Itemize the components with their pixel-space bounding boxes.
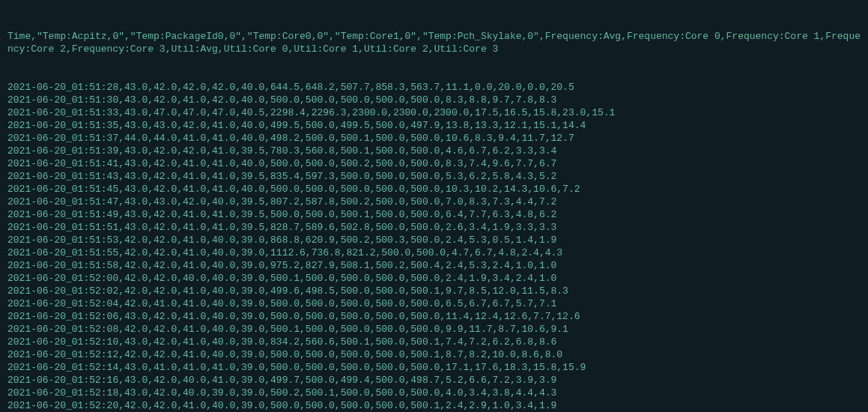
csv-rows: 2021-06-20_01:51:28,43.0,42.0,42.0,42.0,…	[7, 81, 861, 412]
csv-row: 2021-06-20_01:51:53,42.0,42.0,41.0,40.0,…	[7, 234, 861, 246]
csv-row: 2021-06-20_01:51:30,43.0,42.0,41.0,42.0,…	[7, 94, 861, 106]
csv-row: 2021-06-20_01:52:00,42.0,42.0,40.0,40.0,…	[7, 272, 861, 285]
csv-row: 2021-06-20_01:52:18,43.0,42.0,40.0,39.0,…	[7, 387, 861, 399]
csv-row: 2021-06-20_01:51:37,44.0,44.0,41.0,41.0,…	[7, 132, 861, 145]
csv-row: 2021-06-20_01:51:47,43.0,43.0,42.0,40.0,…	[7, 196, 861, 208]
csv-row: 2021-06-20_01:52:06,43.0,42.0,41.0,40.0,…	[7, 310, 861, 323]
csv-row: 2021-06-20_01:52:04,42.0,41.0,41.0,40.0,…	[7, 297, 861, 310]
csv-row: 2021-06-20_01:51:35,43.0,43.0,42.0,41.0,…	[7, 119, 861, 132]
csv-row: 2021-06-20_01:51:45,43.0,42.0,41.0,41.0,…	[7, 183, 861, 196]
csv-header-line: Time,"Temp:Acpitz,0","Temp:PackageId0,0"…	[7, 30, 861, 55]
csv-row: 2021-06-20_01:51:58,42.0,42.0,41.0,40.0,…	[7, 259, 861, 272]
csv-row: 2021-06-20_01:52:14,43.0,41.0,41.0,41.0,…	[7, 361, 861, 374]
csv-row: 2021-06-20_01:51:49,43.0,42.0,41.0,41.0,…	[7, 208, 861, 221]
csv-row: 2021-06-20_01:51:39,43.0,42.0,42.0,41.0,…	[7, 145, 861, 157]
csv-row: 2021-06-20_01:52:10,43.0,42.0,41.0,40.0,…	[7, 336, 861, 348]
csv-row: 2021-06-20_01:51:33,43.0,47.0,47.0,47.0,…	[7, 106, 861, 119]
csv-row: 2021-06-20_01:52:12,42.0,42.0,41.0,40.0,…	[7, 348, 861, 361]
csv-row: 2021-06-20_01:51:55,42.0,42.0,41.0,40.0,…	[7, 246, 861, 259]
csv-row: 2021-06-20_01:51:51,43.0,42.0,41.0,41.0,…	[7, 221, 861, 234]
csv-row: 2021-06-20_01:52:16,43.0,42.0,40.0,41.0,…	[7, 374, 861, 387]
csv-row: 2021-06-20_01:52:02,42.0,42.0,41.0,40.0,…	[7, 285, 861, 297]
csv-row: 2021-06-20_01:51:41,43.0,42.0,41.0,41.0,…	[7, 157, 861, 170]
csv-row: 2021-06-20_01:51:28,43.0,42.0,42.0,42.0,…	[7, 81, 861, 94]
terminal-output: Time,"Temp:Acpitz,0","Temp:PackageId0,0"…	[7, 4, 861, 412]
csv-row: 2021-06-20_01:52:08,42.0,42.0,41.0,40.0,…	[7, 323, 861, 336]
csv-row: 2021-06-20_01:52:20,42.0,42.0,41.0,40.0,…	[7, 399, 861, 412]
csv-row: 2021-06-20_01:51:43,43.0,42.0,41.0,41.0,…	[7, 170, 861, 183]
